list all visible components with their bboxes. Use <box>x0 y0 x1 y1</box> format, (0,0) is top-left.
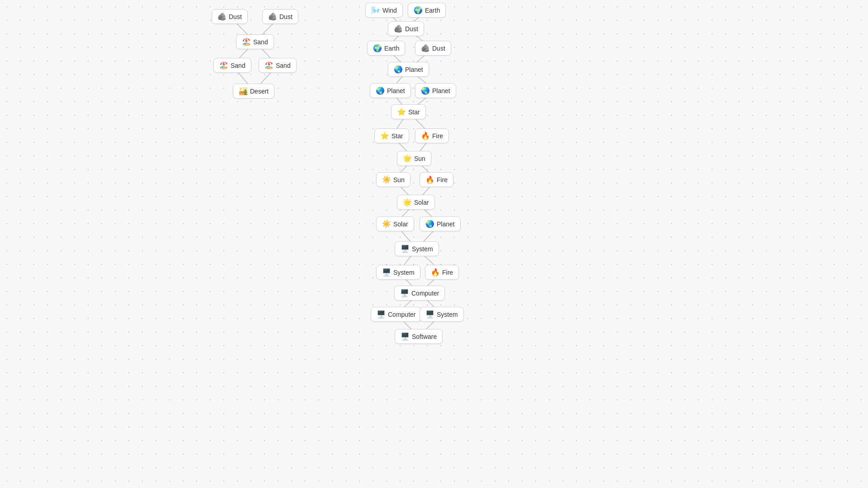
star1-icon: ⭐ <box>397 108 406 116</box>
sun1-label: Sun <box>414 155 425 162</box>
dust3-label: Dust <box>405 25 418 33</box>
node-sun2[interactable]: ☀️Sun <box>376 172 410 187</box>
planet3-label: Planet <box>432 87 450 94</box>
wind-icon: 🌬️ <box>371 6 380 14</box>
earth1-label: Earth <box>425 7 440 14</box>
computer1-icon: 🖥️ <box>400 289 409 297</box>
star2-label: Star <box>392 132 403 140</box>
node-dust1[interactable]: 🪨Dust <box>212 9 248 24</box>
solar1-label: Solar <box>414 199 429 206</box>
system1-icon: 🖥️ <box>401 244 410 253</box>
planet1-label: Planet <box>405 66 423 73</box>
node-planet2[interactable]: 🌏Planet <box>370 83 411 98</box>
system2-icon: 🖥️ <box>382 268 391 277</box>
sand2-icon: 🏖️ <box>219 61 228 70</box>
wind-label: Wind <box>382 7 397 14</box>
system3-icon: 🖥️ <box>425 310 434 319</box>
sand1-icon: 🏖️ <box>242 38 251 46</box>
sand2-label: Sand <box>231 62 245 69</box>
dust1-label: Dust <box>229 13 242 20</box>
fire1-label: Fire <box>432 132 443 140</box>
planet3-icon: 🌏 <box>421 86 430 95</box>
node-sand1[interactable]: 🏖️Sand <box>236 34 274 49</box>
node-computer1[interactable]: 🖥️Computer <box>394 286 445 300</box>
sand3-icon: 🏖️ <box>264 61 274 70</box>
planet4-icon: 🌏 <box>425 220 434 228</box>
solar1-icon: 🌟 <box>403 198 412 206</box>
computer2-icon: 🖥️ <box>377 310 386 319</box>
fire2-label: Fire <box>437 176 448 183</box>
node-wind[interactable]: 🌬️Wind <box>365 3 403 18</box>
node-planet3[interactable]: 🌏Planet <box>415 83 456 98</box>
sand3-label: Sand <box>276 62 291 69</box>
node-fire3[interactable]: 🔥Fire <box>425 265 459 280</box>
node-solar2[interactable]: ☀️Solar <box>376 216 414 231</box>
canvas: 🪨Dust🪨Dust🏖️Sand🏖️Sand🏖️Sand🏜️Desert🌬️Wi… <box>0 0 868 488</box>
node-dust2[interactable]: 🪨Dust <box>262 9 298 24</box>
star1-label: Star <box>408 108 420 116</box>
sun2-label: Sun <box>393 176 405 183</box>
planet1-icon: 🌏 <box>394 65 403 74</box>
node-planet1[interactable]: 🌏Planet <box>388 62 429 77</box>
dust3-icon: 🪨 <box>394 24 403 33</box>
node-star1[interactable]: ⭐Star <box>391 104 426 119</box>
system3-label: System <box>437 311 458 318</box>
star2-icon: ⭐ <box>380 131 389 140</box>
node-software[interactable]: 🖥️Software <box>395 329 443 344</box>
sun1-icon: 🌟 <box>403 154 412 163</box>
sand1-label: Sand <box>253 38 268 46</box>
node-fire2[interactable]: 🔥Fire <box>420 172 453 187</box>
node-earth2[interactable]: 🌍Earth <box>367 41 405 56</box>
node-solar1[interactable]: 🌟Solar <box>397 195 435 210</box>
fire3-icon: 🔥 <box>431 268 440 277</box>
node-sun1[interactable]: 🌟Sun <box>397 151 431 166</box>
fire1-icon: 🔥 <box>421 131 430 140</box>
dust2-icon: 🪨 <box>268 12 277 21</box>
desert-label: Desert <box>250 88 269 95</box>
dust1-icon: 🪨 <box>217 12 226 21</box>
node-system2[interactable]: 🖥️System <box>376 265 420 280</box>
solar2-icon: ☀️ <box>382 220 391 228</box>
software-label: Software <box>412 333 437 340</box>
node-star2[interactable]: ⭐Star <box>374 128 409 143</box>
sun2-icon: ☀️ <box>382 175 391 184</box>
desert-icon: 🏜️ <box>239 87 248 95</box>
planet4-label: Planet <box>437 221 455 228</box>
earth2-label: Earth <box>384 45 399 52</box>
dust2-label: Dust <box>279 13 292 20</box>
dust4-label: Dust <box>432 45 445 52</box>
node-fire1[interactable]: 🔥Fire <box>415 128 449 143</box>
computer2-label: Computer <box>388 311 415 318</box>
system2-label: System <box>393 269 415 276</box>
node-dust4[interactable]: 🪨Dust <box>415 41 451 56</box>
computer1-label: Computer <box>411 290 439 297</box>
fire2-icon: 🔥 <box>425 175 434 184</box>
system1-label: System <box>412 245 433 253</box>
node-sand2[interactable]: 🏖️Sand <box>213 58 251 73</box>
software-icon: 🖥️ <box>401 332 410 341</box>
node-desert[interactable]: 🏜️Desert <box>233 84 274 99</box>
earth2-icon: 🌍 <box>373 44 382 52</box>
node-system1[interactable]: 🖥️System <box>395 241 439 256</box>
planet2-label: Planet <box>387 87 405 94</box>
fire3-label: Fire <box>442 269 453 276</box>
earth1-icon: 🌍 <box>414 6 423 14</box>
node-earth1[interactable]: 🌍Earth <box>408 3 446 18</box>
node-computer2[interactable]: 🖥️Computer <box>371 307 421 322</box>
dust4-icon: 🪨 <box>421 44 430 52</box>
node-dust3[interactable]: 🪨Dust <box>388 21 424 36</box>
node-planet4[interactable]: 🌏Planet <box>420 216 461 231</box>
node-sand3[interactable]: 🏖️Sand <box>259 58 297 73</box>
solar2-label: Solar <box>393 221 408 228</box>
planet2-icon: 🌏 <box>376 86 385 95</box>
node-system3[interactable]: 🖥️System <box>420 307 464 322</box>
